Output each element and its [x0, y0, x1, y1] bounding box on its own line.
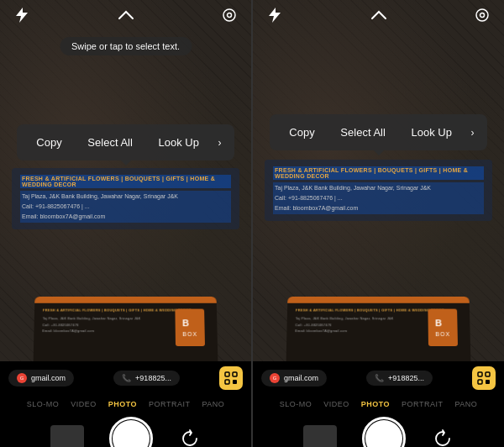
scan-badge-right[interactable]: [472, 366, 496, 390]
gmail-badge-right[interactable]: G gmail.com: [261, 370, 327, 387]
svg-rect-10: [478, 380, 482, 384]
gmail-label-left: gmail.com: [31, 374, 66, 382]
quick-actions-right: G gmail.com 📞 +918825...: [253, 361, 504, 392]
more-options-icon-left[interactable]: ›: [218, 137, 222, 149]
svg-rect-4: [225, 380, 229, 384]
look-up-button-left[interactable]: Look Up: [152, 133, 206, 152]
highlight-line1-left: FRESH & ARTIFICIAL FLOWERS | BOUQUETS | …: [20, 175, 231, 188]
top-bar-right: [253, 0, 504, 30]
card-stripe-top-right: [287, 297, 470, 303]
phone-badge-left[interactable]: 📞 +918825...: [113, 371, 180, 386]
highlight-line1-right: FRESH & ARTIFICIAL FLOWERS | BOUQUETS | …: [273, 166, 484, 180]
svg-rect-5: [233, 380, 237, 384]
select-all-button-right[interactable]: Select All: [333, 123, 391, 142]
mode-pano-left[interactable]: PANO: [202, 400, 224, 408]
camera-modes-right: SLO-MO VIDEO PHOTO PORTRAIT PANO: [253, 392, 504, 413]
thumbnail-right[interactable]: [303, 425, 337, 447]
mode-video-left[interactable]: VIDEO: [71, 400, 97, 408]
svg-point-1: [228, 13, 232, 18]
settings-icon-left[interactable]: [219, 5, 239, 25]
chevron-up-icon-left[interactable]: [116, 5, 136, 25]
text-popup-right: Copy Select All Look Up ›: [270, 114, 487, 150]
svg-point-6: [476, 9, 488, 21]
chevron-up-icon-right[interactable]: [369, 5, 389, 25]
shutter-button-right[interactable]: [362, 417, 406, 447]
quick-actions-left: G gmail.com 📞 +918825...: [0, 361, 251, 392]
text-highlight-left: FRESH & ARTIFICIAL FLOWERS | BOUQUETS | …: [12, 168, 239, 229]
card-logo-left: BBOX: [175, 309, 205, 346]
gmail-label-right: gmail.com: [284, 374, 318, 382]
look-up-button-right[interactable]: Look Up: [405, 123, 459, 142]
mode-portrait-left[interactable]: PORTRAIT: [149, 400, 190, 408]
svg-rect-9: [486, 372, 490, 376]
mode-slomo-left[interactable]: SLO-MO: [27, 400, 60, 408]
rotate-button-left[interactable]: [178, 427, 202, 447]
shutter-inner-left: [113, 420, 150, 447]
svg-point-0: [223, 9, 235, 21]
svg-point-7: [480, 13, 485, 18]
rotate-button-right[interactable]: [431, 427, 454, 447]
gmail-icon-right: G: [270, 373, 280, 383]
mode-portrait-right[interactable]: PORTRAIT: [402, 400, 443, 408]
text-highlight-right: FRESH & ARTIFICIAL FLOWERS | BOUQUETS | …: [265, 160, 492, 221]
swipe-hint-left: Swipe or tap to select text.: [60, 37, 192, 55]
top-bar-left: [0, 0, 251, 30]
select-all-button-left[interactable]: Select All: [81, 133, 139, 152]
text-popup-left: Copy Select All Look Up ›: [17, 124, 234, 160]
highlight-line2-left: Taj Plaza, J&K Bank Building, Jawahar Na…: [20, 191, 231, 223]
flash-icon-right[interactable]: [265, 5, 285, 25]
mode-photo-left[interactable]: PHOTO: [108, 400, 137, 408]
scan-badge-left[interactable]: [219, 366, 243, 390]
highlight-line2-right: Taj Plaza, J&K Bank Building, Jawahar Na…: [273, 182, 484, 214]
svg-rect-8: [478, 372, 482, 376]
camera-modes-left: SLO-MO VIDEO PHOTO PORTRAIT PANO: [0, 392, 251, 413]
settings-icon-right[interactable]: [472, 5, 492, 25]
bottom-bar-left: G gmail.com 📞 +918825... SLO-MO VIDEO PH…: [0, 361, 251, 447]
mode-video-right[interactable]: VIDEO: [323, 400, 349, 408]
phone-label-right: +918825...: [388, 374, 424, 382]
svg-rect-11: [486, 380, 490, 384]
phone-label-left: +918825...: [135, 374, 171, 382]
left-panel: Swipe or tap to select text. Copy Select…: [0, 0, 252, 447]
mode-pano-right[interactable]: PANO: [454, 400, 477, 408]
copy-button-left[interactable]: Copy: [29, 133, 68, 152]
flash-icon-left[interactable]: [12, 5, 32, 25]
svg-rect-2: [225, 372, 229, 376]
mode-slomo-right[interactable]: SLO-MO: [280, 400, 312, 408]
popup-arrow-right: [374, 150, 384, 155]
popup-arrow-left: [121, 160, 131, 166]
shutter-inner-right: [365, 420, 402, 447]
more-options-icon-right[interactable]: ›: [471, 127, 475, 139]
phone-badge-right[interactable]: 📞 +918825...: [366, 371, 433, 386]
mode-photo-right[interactable]: PHOTO: [361, 400, 390, 408]
phone-icon-right: 📞: [375, 374, 384, 382]
gmail-icon-left: G: [17, 373, 27, 383]
phone-icon-left: 📞: [122, 374, 131, 382]
gmail-badge-left[interactable]: G gmail.com: [8, 370, 74, 387]
thumbnail-left[interactable]: [50, 425, 84, 447]
bottom-bar-right: G gmail.com 📞 +918825... SLO-MO VIDEO PH…: [253, 361, 504, 447]
copy-button-right[interactable]: Copy: [282, 123, 321, 142]
camera-controls-right: [253, 413, 504, 447]
card-logo-right: BBOX: [428, 309, 458, 346]
svg-rect-3: [233, 372, 237, 376]
camera-controls-left: [0, 413, 251, 447]
card-stripe-top-left: [34, 297, 217, 303]
shutter-button-left[interactable]: [109, 417, 153, 447]
right-panel: Copy Select All Look Up › FRESH & ARTIFI…: [252, 0, 504, 447]
